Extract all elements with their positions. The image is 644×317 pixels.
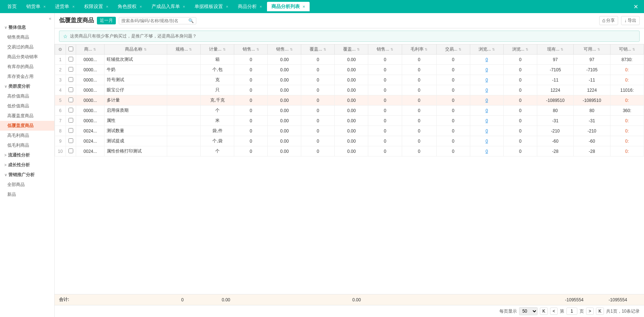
col-name[interactable]: 商品名称 ⇅ xyxy=(105,44,167,55)
close-icon[interactable]: × xyxy=(72,4,74,9)
nav-tab-analysis-list[interactable]: 商品分析列表 × xyxy=(267,2,309,11)
data-table: ⚙ 商... ⇅ 商品名称 ⇅ xyxy=(55,44,644,156)
sidebar-item-high-value[interactable]: 高价值商品 xyxy=(0,91,54,101)
table-row: 100024...属性价格打印测试个00.0000.0000000-28-280… xyxy=(55,146,644,156)
col-browse2[interactable]: 浏览... ⇅ xyxy=(503,44,537,55)
row-transaction: 0 xyxy=(436,106,470,116)
row-browse1[interactable]: 0 xyxy=(470,85,503,95)
period-button[interactable]: 近一月 xyxy=(97,17,116,24)
row-browse1[interactable]: 0 xyxy=(470,126,503,136)
col-transaction[interactable]: 交易... ⇅ xyxy=(436,44,470,55)
select-all-checkbox[interactable] xyxy=(68,47,73,51)
col-code[interactable]: 商... ⇅ xyxy=(76,44,105,55)
row-checkbox[interactable] xyxy=(68,77,73,82)
sidebar-item-stocked-goods[interactable]: 有库存的商品 xyxy=(0,62,54,72)
col-sales-amt[interactable]: 销售... ⇅ xyxy=(268,44,301,55)
sidebar-item-all-goods[interactable]: 全部商品 xyxy=(0,180,54,190)
col-saleable[interactable]: 可销... ⇅ xyxy=(610,44,644,55)
sidebar-item-category-rate[interactable]: 商品分类动销率 xyxy=(0,52,54,62)
export-button[interactable]: ↓ 导出 xyxy=(621,16,640,25)
sidebar-item-new-goods[interactable]: 新品 xyxy=(0,190,54,199)
close-icon[interactable]: × xyxy=(226,4,228,9)
sidebar-group-marketing[interactable]: ∨ 营销推广分析 xyxy=(0,170,54,180)
nav-tab-analysis[interactable]: 商品分析 × xyxy=(233,2,266,11)
row-checkbox[interactable] xyxy=(68,67,73,72)
row-checkbox[interactable] xyxy=(68,128,73,133)
row-browse1[interactable]: 0 xyxy=(470,95,503,106)
col-coverage2[interactable]: 覆盖... ⇅ xyxy=(335,44,368,55)
page-number-input[interactable] xyxy=(566,308,577,315)
sidebar-item-high-profit[interactable]: 高毛利商品 xyxy=(0,131,54,140)
prev-page-button[interactable]: < xyxy=(550,308,558,315)
row-browse1[interactable]: 0 xyxy=(470,146,503,156)
row-browse1[interactable]: 0 xyxy=(470,65,503,75)
close-icon[interactable]: × xyxy=(106,4,108,9)
col-spec[interactable]: 规格... ⇅ xyxy=(167,44,201,55)
nav-tab-home[interactable]: 首页 xyxy=(3,2,21,11)
sidebar-collapse-button[interactable]: « xyxy=(0,15,54,23)
nav-tab-sales[interactable]: 销货单 × xyxy=(22,2,50,11)
col-coverage1[interactable]: 覆盖... ⇅ xyxy=(301,44,335,55)
search-input[interactable] xyxy=(121,18,187,23)
row-checkbox[interactable] xyxy=(68,87,73,92)
window-close-button[interactable]: ✕ xyxy=(631,3,641,10)
nav-tab-warehouse[interactable]: 产成品入库单 × xyxy=(147,2,189,11)
row-browse1[interactable]: 0 xyxy=(470,55,503,65)
sidebar-item-traded-goods[interactable]: 交易过的商品 xyxy=(0,42,54,52)
sidebar-item-capital[interactable]: 库存资金占用 xyxy=(0,72,54,82)
search-icon[interactable]: 🔍 xyxy=(188,18,194,23)
row-browse1[interactable]: 0 xyxy=(470,136,503,146)
col-sales-extra[interactable]: 销售... ⇅ xyxy=(368,44,402,55)
close-icon[interactable]: × xyxy=(140,4,142,9)
row-checkbox[interactable] xyxy=(68,138,73,143)
col-checkbox[interactable] xyxy=(66,44,76,55)
col-sales-qty[interactable]: 销售... ⇅ xyxy=(234,44,268,55)
row-checkbox-cell xyxy=(66,136,76,146)
sidebar-group-growth[interactable]: > 成长性分析 xyxy=(0,160,54,170)
col-unit-label: 计量... xyxy=(209,47,221,52)
sidebar-group-overall[interactable]: ∨ 整体信息 xyxy=(0,23,54,32)
content-area: 低覆盖度商品 近一月 🔍 ⎙ 分享 ↓ 导出 ☆ 这类商品只有很少客户购买过，是… xyxy=(55,13,644,317)
close-icon[interactable]: × xyxy=(43,4,46,9)
col-browse1[interactable]: 浏览... ⇅ xyxy=(470,44,503,55)
sidebar-item-low-value[interactable]: 低价值商品 xyxy=(0,101,54,111)
nav-tab-perms[interactable]: 权限设置 × xyxy=(80,2,113,11)
row-browse1[interactable]: 0 xyxy=(470,106,503,116)
col-gross-margin[interactable]: 毛利率 ⇅ xyxy=(402,44,436,55)
nav-tab-purchase[interactable]: 进货单 × xyxy=(51,2,79,11)
row-checkbox[interactable] xyxy=(68,148,73,153)
close-icon[interactable]: × xyxy=(303,4,305,9)
sidebar-item-low-coverage[interactable]: 低覆盖度商品 xyxy=(0,121,54,131)
first-page-button[interactable]: K xyxy=(540,308,548,315)
col-available-stock[interactable]: 可用... ⇅ xyxy=(574,44,610,55)
row-browse1[interactable]: 0 xyxy=(470,75,503,85)
share-button[interactable]: ⎙ 分享 xyxy=(599,16,618,25)
next-page-button[interactable]: > xyxy=(586,308,594,315)
row-spec xyxy=(167,106,201,116)
close-icon[interactable]: × xyxy=(183,4,185,9)
col-saleable-label: 可销... xyxy=(619,47,631,52)
sidebar-item-high-coverage[interactable]: 高覆盖度商品 xyxy=(0,111,54,121)
close-icon[interactable]: × xyxy=(260,4,262,9)
data-table-container[interactable]: ⚙ 商... ⇅ 商品名称 ⇅ xyxy=(55,44,644,294)
nav-tab-roles[interactable]: 角色授权 × xyxy=(113,2,146,11)
row-browse1[interactable]: 0 xyxy=(470,116,503,126)
row-checkbox[interactable] xyxy=(68,57,73,62)
col-settings[interactable]: ⚙ xyxy=(55,44,66,55)
row-checkbox[interactable] xyxy=(68,108,73,112)
settings-icon[interactable]: ⚙ xyxy=(58,47,62,52)
sidebar-item-low-profit[interactable]: 低毛利商品 xyxy=(0,140,54,150)
col-current-stock-label: 现有... xyxy=(547,47,559,52)
sidebar-item-sales-goods[interactable]: 销售类商品 xyxy=(0,32,54,42)
row-code: 0024... xyxy=(76,136,105,146)
sidebar-group-cluster[interactable]: ∨ 类群度分析 xyxy=(0,82,54,91)
row-checkbox[interactable] xyxy=(68,98,73,102)
row-checkbox[interactable] xyxy=(68,118,73,123)
sidebar-group-liquidity[interactable]: > 流通性分析 xyxy=(0,150,54,160)
nav-tab-template[interactable]: 单据模板设置 × xyxy=(190,2,232,11)
col-current-stock[interactable]: 现有... ⇅ xyxy=(537,44,573,55)
col-unit[interactable]: 计量... ⇅ xyxy=(201,44,234,55)
last-page-button[interactable]: K xyxy=(596,308,604,315)
chevron-right-icon: > xyxy=(4,163,7,167)
page-size-select[interactable]: 50 20 100 xyxy=(519,307,538,315)
